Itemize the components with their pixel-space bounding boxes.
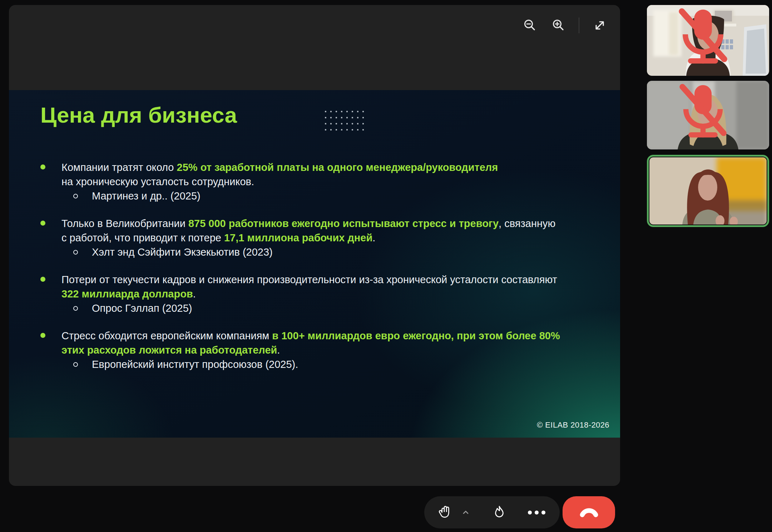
sub-bullet-ring-icon bbox=[73, 362, 78, 367]
slide-canvas: Цена для бизнеса Компании тратят около 2… bbox=[9, 90, 620, 438]
presentation-toolbar bbox=[521, 17, 608, 34]
decorative-dot-grid bbox=[325, 111, 364, 130]
meeting-control-bar bbox=[424, 496, 560, 528]
bullet-source: Опрос Гэллап (2025) bbox=[61, 301, 576, 315]
zoom-out-icon bbox=[522, 18, 538, 33]
participant-video-1[interactable] bbox=[647, 5, 769, 76]
bullet-item: Стресс обходится европейским компаниям в… bbox=[40, 329, 576, 371]
bullet-dot bbox=[40, 329, 61, 371]
source-text: Хэлт энд Сэйфити Экзекьютив (2023) bbox=[92, 245, 273, 259]
participant-video-2[interactable] bbox=[647, 81, 769, 149]
bullet-dot bbox=[40, 160, 61, 203]
bullet-item: Только в Великобритании 875 000 работник… bbox=[40, 216, 576, 259]
raise-hand-button[interactable] bbox=[435, 496, 455, 528]
more-options-button[interactable] bbox=[524, 496, 549, 528]
copyright-text: © EILAB 2018-2026 bbox=[537, 420, 609, 430]
zoom-in-icon bbox=[550, 18, 566, 33]
raise-hand-menu-button[interactable] bbox=[458, 496, 474, 528]
toolbar-divider bbox=[579, 18, 579, 33]
zoom-in-button[interactable] bbox=[550, 17, 566, 34]
bullet-source: Хэлт энд Сэйфити Экзекьютив (2023) bbox=[61, 245, 576, 259]
bullet-text: Только в Великобритании 875 000 работник… bbox=[61, 216, 576, 259]
zoom-out-button[interactable] bbox=[521, 17, 538, 34]
bullet-text: Компании тратят около 25% от заработной … bbox=[61, 160, 576, 203]
bullet-item: Потери от текучести кадров и снижения пр… bbox=[40, 272, 576, 315]
participant-3-video-clip bbox=[649, 157, 767, 225]
bullet-list: Компании тратят около 25% от заработной … bbox=[40, 160, 576, 385]
fire-icon bbox=[491, 504, 508, 521]
source-text: Европейский институт профсоюзов (2025). bbox=[92, 357, 298, 371]
bullet-dot bbox=[40, 216, 61, 259]
participant-video-3-active-speaker[interactable] bbox=[647, 155, 769, 227]
hang-up-phone-icon bbox=[577, 504, 601, 520]
reactions-button[interactable] bbox=[489, 496, 510, 528]
presentation-panel: Цена для бизнеса Компании тратят около 2… bbox=[9, 5, 620, 486]
source-text: Опрос Гэллап (2025) bbox=[92, 301, 192, 315]
muted-mic-icon bbox=[647, 5, 764, 72]
slide-title: Цена для бизнеса bbox=[40, 102, 237, 128]
ellipsis-icon bbox=[528, 511, 545, 514]
expand-icon bbox=[592, 18, 608, 33]
raise-hand-icon bbox=[437, 504, 453, 521]
sub-bullet-ring-icon bbox=[73, 250, 78, 255]
participants-sidebar bbox=[647, 0, 769, 532]
participant-3-video-frame bbox=[649, 157, 767, 225]
muted-mic-icon bbox=[647, 81, 764, 145]
sub-bullet-ring-icon bbox=[73, 306, 78, 311]
end-call-button[interactable] bbox=[563, 496, 615, 528]
bullet-source: Мартинез и др.. (2025) bbox=[61, 189, 576, 203]
source-text: Мартинез и др.. (2025) bbox=[92, 189, 201, 203]
expand-fullscreen-button[interactable] bbox=[592, 17, 608, 34]
bullet-dot bbox=[40, 272, 61, 315]
sub-bullet-ring-icon bbox=[73, 194, 78, 198]
bullet-text: Потери от текучести кадров и снижения пр… bbox=[61, 272, 576, 315]
chevron-up-icon bbox=[461, 507, 471, 517]
bullet-source: Европейский институт профсоюзов (2025). bbox=[61, 357, 576, 371]
bullet-item: Компании тратят около 25% от заработной … bbox=[40, 160, 576, 203]
bullet-text: Стресс обходится европейским компаниям в… bbox=[61, 329, 576, 371]
